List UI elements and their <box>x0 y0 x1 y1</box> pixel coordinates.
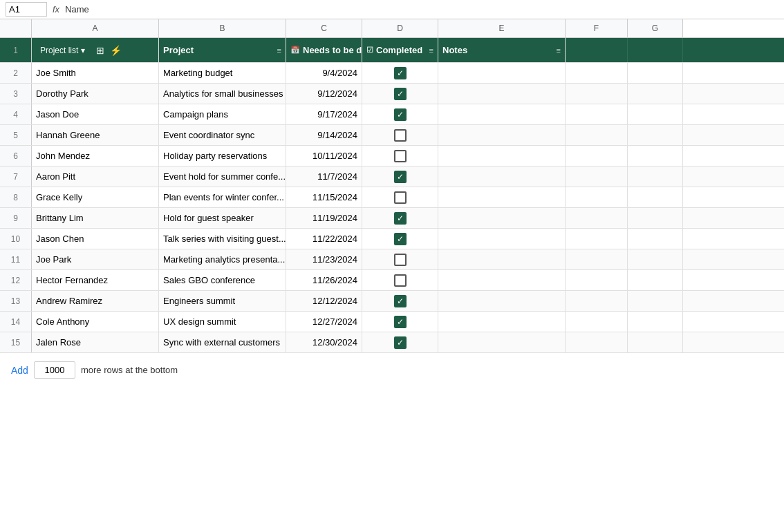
cell-name[interactable]: Dorothy Park <box>32 84 159 104</box>
cell-completed[interactable]: ✓ <box>362 229 438 249</box>
cell-name[interactable]: John Mendez <box>32 146 159 166</box>
project-filter-icon[interactable]: ≡ <box>277 46 281 55</box>
cell-reference-input[interactable] <box>6 2 47 17</box>
cell-name[interactable]: Joe Smith <box>32 63 159 83</box>
add-rows-button[interactable]: Add <box>11 365 28 376</box>
cell-date[interactable]: 12/30/2024 <box>286 332 362 352</box>
cell-notes[interactable] <box>438 84 566 104</box>
checkbox-checked[interactable]: ✓ <box>394 212 407 225</box>
cell-name[interactable]: Jason Doe <box>32 104 159 124</box>
cell-completed[interactable] <box>362 187 438 207</box>
checkbox-checked[interactable]: ✓ <box>394 88 407 100</box>
checkbox-checked[interactable]: ✓ <box>394 233 407 245</box>
cell-date[interactable]: 11/23/2024 <box>286 249 362 269</box>
cell-name[interactable]: Brittany Lim <box>32 208 159 228</box>
cell-notes[interactable] <box>438 332 566 352</box>
col-header-e[interactable]: E <box>438 19 566 37</box>
cell-completed[interactable]: ✓ <box>362 208 438 228</box>
cell-date[interactable]: 9/4/2024 <box>286 63 362 83</box>
cell-project[interactable]: UX design summit <box>159 312 286 332</box>
cell-name[interactable]: Andrew Ramirez <box>32 291 159 311</box>
cell-date[interactable]: 11/15/2024 <box>286 187 362 207</box>
cell-completed[interactable]: ✓ <box>362 332 438 352</box>
col-header-g[interactable]: G <box>628 19 683 37</box>
cell-notes[interactable] <box>438 146 566 166</box>
cell-project[interactable]: Talk series with visiting guest... <box>159 229 286 249</box>
cell-completed[interactable]: ✓ <box>362 63 438 83</box>
checkbox-checked[interactable]: ✓ <box>394 67 407 79</box>
cell-name[interactable]: Cole Anthony <box>32 312 159 332</box>
cell-notes[interactable] <box>438 187 566 207</box>
cell-notes[interactable] <box>438 229 566 249</box>
notes-filter-icon[interactable]: ≡ <box>557 46 561 55</box>
cell-date[interactable]: 10/11/2024 <box>286 146 362 166</box>
checkbox-unchecked[interactable] <box>394 274 407 287</box>
project-list-button[interactable]: Project list ▾ <box>35 44 91 57</box>
cell-date[interactable]: 11/22/2024 <box>286 229 362 249</box>
cell-completed[interactable]: ✓ <box>362 291 438 311</box>
flash-button[interactable]: ⚡ <box>107 44 124 57</box>
checkbox-checked[interactable]: ✓ <box>394 295 407 307</box>
checkbox-unchecked[interactable] <box>394 129 407 142</box>
checkbox-checked[interactable]: ✓ <box>394 171 407 183</box>
cell-notes[interactable] <box>438 291 566 311</box>
cell-notes[interactable] <box>438 249 566 269</box>
cell-notes[interactable] <box>438 63 566 83</box>
checkbox-checked[interactable]: ✓ <box>394 108 407 121</box>
cell-project[interactable]: Holiday party reservations <box>159 146 286 166</box>
cell-project[interactable]: Campaign plans <box>159 104 286 124</box>
checkbox-checked[interactable]: ✓ <box>394 316 407 328</box>
cell-project[interactable]: Sync with external customers <box>159 332 286 352</box>
cell-date[interactable]: 9/17/2024 <box>286 104 362 124</box>
col-header-b[interactable]: B <box>159 19 286 37</box>
cell-project[interactable]: Event coordinator sync <box>159 125 286 145</box>
cell-date[interactable]: 11/26/2024 <box>286 270 362 290</box>
col-header-f[interactable]: F <box>566 19 628 37</box>
cell-notes[interactable] <box>438 208 566 228</box>
checkbox-unchecked[interactable] <box>394 150 407 162</box>
cell-name[interactable]: Hannah Greene <box>32 125 159 145</box>
cell-name[interactable]: Jalen Rose <box>32 332 159 352</box>
checkbox-unchecked[interactable] <box>394 254 407 266</box>
cell-project[interactable]: Hold for guest speaker <box>159 208 286 228</box>
cell-date[interactable]: 11/19/2024 <box>286 208 362 228</box>
cell-name[interactable]: Joe Park <box>32 249 159 269</box>
cell-completed[interactable] <box>362 249 438 269</box>
grid-view-button[interactable]: ⊞ <box>93 44 107 57</box>
col-header-c[interactable]: C <box>286 19 362 37</box>
cell-notes[interactable] <box>438 270 566 290</box>
cell-completed[interactable]: ✓ <box>362 104 438 124</box>
checkbox-checked[interactable]: ✓ <box>394 336 407 349</box>
cell-project[interactable]: Marketing analytics presenta... <box>159 249 286 269</box>
cell-project[interactable]: Marketing budget <box>159 63 286 83</box>
cell-project[interactable]: Analytics for small businesses <box>159 84 286 104</box>
cell-completed[interactable] <box>362 125 438 145</box>
cell-notes[interactable] <box>438 312 566 332</box>
cell-completed[interactable]: ✓ <box>362 167 438 187</box>
cell-date[interactable]: 9/12/2024 <box>286 84 362 104</box>
cell-project[interactable]: Sales GBO conference <box>159 270 286 290</box>
cell-completed[interactable] <box>362 270 438 290</box>
cell-date[interactable]: 9/14/2024 <box>286 125 362 145</box>
cell-project[interactable]: Plan events for winter confer... <box>159 187 286 207</box>
completed-filter-icon[interactable]: ≡ <box>429 46 433 55</box>
cell-name[interactable]: Hector Fernandez <box>32 270 159 290</box>
cell-date[interactable]: 12/27/2024 <box>286 312 362 332</box>
cell-notes[interactable] <box>438 125 566 145</box>
cell-project[interactable]: Engineers summit <box>159 291 286 311</box>
cell-name[interactable]: Jason Chen <box>32 229 159 249</box>
cell-name[interactable]: Aaron Pitt <box>32 167 159 187</box>
cell-completed[interactable]: ✓ <box>362 84 438 104</box>
col-header-d[interactable]: D <box>362 19 438 37</box>
cell-project[interactable]: Event hold for summer confe... <box>159 167 286 187</box>
checkbox-unchecked[interactable] <box>394 191 407 204</box>
cell-completed[interactable]: ✓ <box>362 312 438 332</box>
rows-count-input[interactable] <box>34 361 75 379</box>
cell-completed[interactable] <box>362 146 438 166</box>
cell-notes[interactable] <box>438 104 566 124</box>
cell-date[interactable]: 12/12/2024 <box>286 291 362 311</box>
cell-notes[interactable] <box>438 167 566 187</box>
cell-date[interactable]: 11/7/2024 <box>286 167 362 187</box>
cell-name[interactable]: Grace Kelly <box>32 187 159 207</box>
col-header-a[interactable]: A <box>32 19 159 37</box>
